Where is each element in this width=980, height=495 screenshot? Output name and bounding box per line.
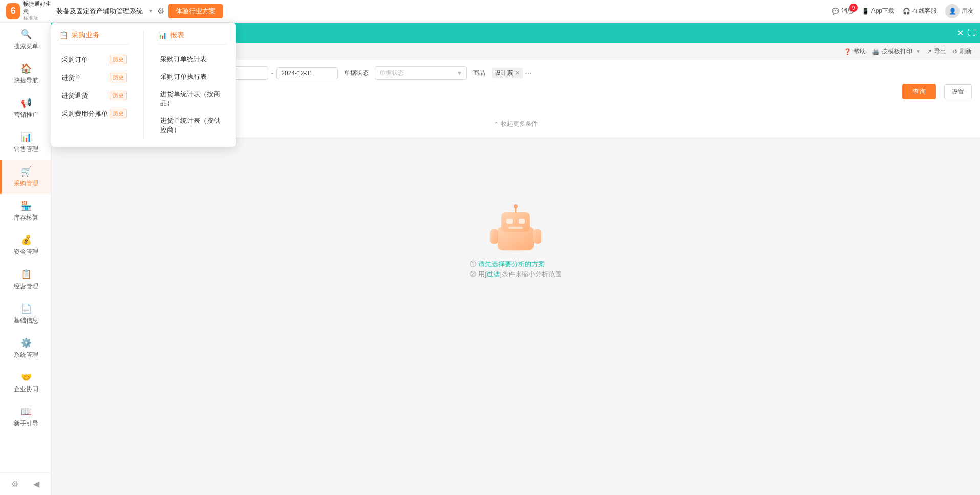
- svg-rect-3: [506, 219, 513, 224]
- sidebar-item-purchase[interactable]: 🛒 采购管理: [0, 160, 51, 194]
- home-icon: 🏠: [20, 63, 32, 74]
- trial-button[interactable]: 体验行业方案: [168, 4, 223, 18]
- history-badge[interactable]: 历史: [110, 91, 127, 100]
- empty-state: ① 请先选择要分析的方案 ② 用[过滤]条件来缩小分析范围: [470, 201, 562, 280]
- menu-divider: [143, 31, 144, 139]
- history-badge[interactable]: 历史: [110, 55, 127, 64]
- menu-item-purchase-order[interactable]: 采购订单 历史: [59, 51, 129, 69]
- export-icon: ↗: [927, 48, 932, 55]
- menu-item-order-stats[interactable]: 采购订单统计表: [158, 51, 228, 68]
- empty-text: ① 请先选择要分析的方案 ② 用[过滤]条件来缩小分析范围: [470, 259, 562, 280]
- menu-item-label: 进货单: [61, 73, 81, 82]
- svg-rect-5: [508, 227, 523, 229]
- topbar: 6 畅捷通好生意 标准版 装备及固定资产辅助管理系统 ▼ ⚙ 体验行业方案 💬 …: [0, 0, 980, 23]
- sidebar-item-label: 基础信息: [14, 316, 38, 325]
- empty-illustration: [485, 201, 546, 252]
- sidebar-settings-button[interactable]: ⚙: [11, 479, 18, 489]
- query-button[interactable]: 查询: [902, 84, 936, 99]
- export-button[interactable]: ↗ 导出: [927, 47, 946, 56]
- sidebar-item-basic-info[interactable]: 📄 基础信息: [0, 297, 51, 331]
- empty-robot-svg: [485, 201, 546, 252]
- guide-icon: 📖: [20, 406, 32, 417]
- sidebar-item-sales[interactable]: 📊 销售管理: [0, 125, 51, 160]
- help-label: 帮助: [854, 47, 866, 56]
- logo-name: 畅捷通好生意: [23, 0, 52, 15]
- sidebar-item-enterprise[interactable]: 🤝 企业协同: [0, 365, 51, 400]
- menu-item-label: 进货退货: [61, 91, 88, 100]
- sidebar-collapse-button[interactable]: ◀: [33, 479, 39, 489]
- history-badge[interactable]: 历史: [110, 109, 127, 118]
- svg-rect-9: [533, 229, 541, 244]
- sidebar-item-label: 销售管理: [14, 145, 38, 154]
- sidebar-item-label: 经营管理: [14, 282, 38, 291]
- settings-icon[interactable]: ⚙: [157, 6, 164, 16]
- filter-settings-button[interactable]: 设置: [944, 84, 972, 99]
- refresh-button[interactable]: ↺ 刷新: [952, 47, 972, 56]
- menu-item-stock-by-supplier[interactable]: 进货单统计表（按供应商）: [158, 112, 228, 139]
- menu-item-stock-by-product[interactable]: 进货单统计表（按商品）: [158, 85, 228, 112]
- menu-item-order-exec[interactable]: 采购订单执行表: [158, 68, 228, 85]
- basic-info-icon: 📄: [20, 303, 32, 314]
- tab-close-all-icon[interactable]: ✕: [957, 28, 964, 38]
- export-label: 导出: [934, 47, 946, 56]
- headset-icon: 🎧: [903, 8, 910, 15]
- sidebar-item-search[interactable]: 🔍 搜索菜单: [0, 23, 51, 57]
- topbar-actions: 💬 消息 9 📱 App下载 🎧 在线客服 👤 用友: [832, 4, 974, 18]
- sidebar-item-navigation[interactable]: 🏠 快捷导航: [0, 57, 51, 91]
- svg-rect-4: [519, 219, 525, 224]
- date-end-input[interactable]: 2024-12-31: [276, 67, 338, 79]
- sidebar-item-label: 搜索菜单: [14, 42, 38, 51]
- sidebar-item-label: 企业协同: [14, 385, 38, 394]
- logo-text-block: 畅捷通好生意 标准版: [23, 0, 52, 22]
- app-download-button[interactable]: 📱 App下载: [862, 7, 894, 15]
- sidebar-item-marketing[interactable]: 📢 营销推广: [0, 91, 51, 125]
- logo-area: 6 畅捷通好生意 标准版: [6, 0, 52, 22]
- history-badge[interactable]: 历史: [110, 73, 127, 82]
- print-button[interactable]: 🖨️ 按模板打印 ▼: [872, 47, 921, 56]
- sidebar-item-operations[interactable]: 📋 经营管理: [0, 263, 51, 297]
- product-tag-close[interactable]: ✕: [515, 70, 520, 76]
- purchase-section-title: 📋 采购业务: [59, 31, 129, 45]
- menu-item-label: 采购订单执行表: [160, 72, 207, 81]
- filter-highlight: 过滤: [486, 270, 500, 278]
- help-icon: ❓: [844, 48, 851, 55]
- sidebar-item-guide[interactable]: 📖 新手引导: [0, 400, 51, 434]
- menu-item-stock-in[interactable]: 进货单 历史: [59, 69, 129, 87]
- status-select-value: 单据状态: [379, 69, 404, 77]
- system-name: 装备及固定资产辅助管理系统: [56, 7, 143, 16]
- menu-item-label: 采购订单统计表: [160, 55, 207, 64]
- menu-item-return[interactable]: 进货退货 历史: [59, 87, 129, 104]
- online-service-button[interactable]: 🎧 在线客服: [903, 7, 937, 15]
- print-icon: 🖨️: [872, 48, 880, 55]
- message-badge: 9: [849, 4, 858, 12]
- collapse-label: 收起更多条件: [501, 120, 538, 128]
- empty-tip-2: ② 用[过滤]条件来缩小分析范围: [470, 270, 562, 279]
- user-name: 用友: [962, 7, 974, 15]
- help-button[interactable]: ❓ 帮助: [844, 47, 866, 56]
- sidebar-item-label: 营销推广: [14, 111, 38, 119]
- sidebar-item-label: 新手引导: [14, 419, 38, 428]
- status-select[interactable]: 单据状态 ▼: [375, 66, 467, 80]
- menu-item-expense[interactable]: 采购费用分摊单 历史: [59, 104, 129, 122]
- message-icon: 💬: [832, 8, 839, 15]
- message-button[interactable]: 💬 消息 9: [832, 7, 854, 15]
- system-dropdown-icon[interactable]: ▼: [148, 8, 153, 14]
- user-button[interactable]: 👤 用友: [945, 4, 974, 18]
- date-separator: -: [271, 69, 273, 77]
- data-area: ① 请先选择要分析的方案 ② 用[过滤]条件来缩小分析范围: [51, 138, 980, 343]
- purchase-section: 📋 采购业务 采购订单 历史 进货单 历史 进货退货 历史 采购费用分摊单 历史: [59, 31, 129, 139]
- sidebar-item-label: 资金管理: [14, 248, 38, 256]
- sidebar-item-finance[interactable]: 💰 资金管理: [0, 228, 51, 263]
- sidebar-item-system[interactable]: ⚙️ 系统管理: [0, 331, 51, 365]
- sidebar: 🔍 搜索菜单 🏠 快捷导航 📢 营销推广 📊 销售管理 🛒 采购管理 🏪 库存核…: [0, 23, 51, 495]
- sidebar-item-inventory[interactable]: 🏪 库存核算: [0, 194, 51, 228]
- operations-icon: 📋: [20, 269, 32, 280]
- product-more-btn[interactable]: ···: [525, 69, 531, 78]
- tab-maximize-icon[interactable]: ⛶: [968, 28, 976, 37]
- collapse-up-icon: ⌃: [494, 121, 499, 128]
- menu-item-label: 采购费用分摊单: [61, 109, 108, 118]
- empty-tip-1: ① 请先选择要分析的方案: [470, 260, 562, 269]
- status-filter-label: 单据状态: [344, 69, 369, 77]
- status-dropdown-icon: ▼: [456, 70, 462, 77]
- report-section-label: 报表: [170, 31, 184, 40]
